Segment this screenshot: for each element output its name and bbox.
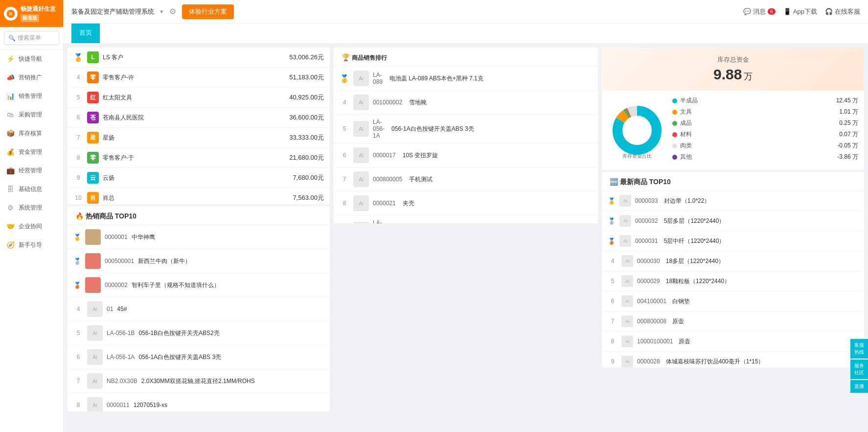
rank-num-8: 10 [73,194,83,201]
sidebar-item-finance[interactable]: 💰 资金管理 [0,143,63,161]
pr-item-7: 9 Ai LA-59651-1B 59651-1B旋转投影灯电池盒ABS黑色+5… [334,216,598,223]
sidebar-item-cooperation[interactable]: 🤝 企业协同 [0,217,63,236]
hp-rank-4: 4 [73,306,83,312]
trial-button[interactable]: 体验行业方案 [182,4,234,19]
hot-products-title: 🔥 热销商品 TOP10 [68,206,330,225]
sidebar-item-inventory[interactable]: 📦 库存核算 [0,124,63,143]
lp-item-2: 🥈 Ai 0000032 5层多层（1220*2440） [602,211,864,231]
pr-rank-2: 4 [340,99,349,106]
latest-icon: 🆕 [610,178,618,186]
legend-name-1: 半成品 [680,96,833,105]
pr-img-5: Ai [353,171,369,187]
legend-dot-2 [672,110,677,115]
hp-img-1 [85,229,101,245]
sidebar-item-guide[interactable]: 🧭 新手引导 [0,236,63,254]
system-title: 装备及固定资产辅助管理系统 [71,7,154,16]
lp-name-7: 原壶 [672,317,684,326]
hp-code-6: LA-056-1A [107,354,135,360]
lp-item-6: 6 Ai 004100001 白钢垫 [602,291,864,312]
rank-item-8: 10 肖 肖总 7,563.00元 [68,188,330,204]
rank-item-6: 8 零 零售客户-于 21,680.00元 [68,148,330,168]
content-grid: 🥇 L LS 客户 53,006.26元 4 零 零售客户-许 51,183.0… [64,44,868,415]
rank-item-4: 6 苍 苍南县人民医院 36,600.00元 [68,108,330,128]
lp-code-8: 10000100001 [637,338,673,345]
inventory-total-value-area: 9.88 万 [610,66,856,83]
pr-code-4: 0000017 [373,152,396,159]
inventory-chart-area: 库存资金占比 半成品 12.45 万 文具 1.01 万 [602,91,864,170]
legend-name-4: 材料 [680,130,836,139]
lp-name-3: 5层中纤（1220*2440） [664,237,725,245]
gear-icon[interactable]: ⚙ [169,7,176,16]
lp-code-6: 004100001 [637,298,666,305]
medal-1: 🥇 [73,53,83,62]
float-buttons: 客服热线 服务社区 直播 [850,339,868,393]
badge-6: 零 [87,152,99,164]
float-btn-service[interactable]: 客服热线 [850,339,868,359]
col-1: 🥇 L LS 客户 53,006.26元 4 零 零售客户-许 51,183.0… [64,44,332,415]
pr-item-6: 8 Ai 0000021 夹壳 [334,192,598,216]
trophy-icon: 🏆 [342,53,350,61]
sidebar-item-marketing[interactable]: 📣 营销推广 [0,68,63,87]
sidebar-item-quick-nav[interactable]: ⚡ 快捷导航 [0,49,63,68]
amount-5: 33,333.00元 [289,133,324,142]
hp-medal-1: 🥇 [73,234,81,241]
app-download-button[interactable]: 📱 App下载 [783,7,817,16]
sidebar-item-basic-info[interactable]: 🗄 基础信息 [0,180,63,198]
online-service-button[interactable]: 🎧 在线客服 [825,7,860,16]
float-btn-live[interactable]: 直播 [850,380,868,393]
sidebar-item-operations[interactable]: 💼 经营管理 [0,161,63,180]
sidebar-item-label: 经营管理 [19,167,42,175]
lp-name-8: 原壶 [679,337,690,346]
lp-item-5: 5 Ai 0000029 18颗粒板（1220*2440） [602,271,864,291]
message-badge: 6 [768,8,776,15]
name-1: LS 客户 [103,53,285,62]
rank-item-5: 7 星 星扬 33,333.00元 [68,128,330,148]
sidebar-item-label: 库存核算 [19,129,42,138]
search-menu-label: 搜索菜单 [18,34,41,42]
search-icon: 🔍 [8,35,16,42]
pr-name-6: 夹壳 [403,199,592,208]
lp-rank-5: 5 [608,278,617,285]
hp-code-2: 000500001 [105,258,134,264]
legend-name-6: 其他 [680,153,834,161]
pr-code-1: LA-089 [373,72,383,85]
float-btn-community[interactable]: 服务社区 [850,360,868,379]
sidebar-item-purchase[interactable]: 🛍 采购管理 [0,105,63,124]
sidebar-item-system[interactable]: ⚙ 系统管理 [0,198,63,217]
lp-rank-8: 8 [608,338,617,345]
badge-2: 零 [87,72,99,83]
chart-icon: 📊 [6,92,15,100]
donut-label: 库存资金占比 [622,153,652,160]
inventory-unit: 万 [744,72,753,81]
lp-medal-1: 🥇 [608,197,616,205]
bag-icon: 🛍 [6,110,15,119]
rank-num-7: 9 [73,174,83,181]
database-icon: 🗄 [6,185,15,193]
sidebar: 畅捷通好生意 标准版 🔍 搜索菜单 ⚡ 快捷导航 📣 营销推广 📊 销售管理 🛍… [0,0,64,432]
money-icon: 💰 [6,147,15,156]
rank-num-6: 8 [73,154,83,161]
latest-product-list: 🥇 Ai 0000033 封边带（1.0*22） 🥈 Ai 0000032 5层… [602,191,864,367]
legend-dot-6 [672,155,677,160]
hot-product-1: 🥇 0000001 中华神鹰 [68,225,330,249]
badge-7: 云 [87,172,99,184]
sidebar-item-sales[interactable]: 📊 销售管理 [0,87,63,105]
search-menu-button[interactable]: 🔍 搜索菜单 [4,31,59,45]
product-rank-list: 🥇 Ai LA-089 电池盖 LA-089 ABS本色+黑种 7.1克 4 A… [334,67,598,223]
hot-product-list: 🥇 0000001 中华神鹰 🥈 000500001 新西兰牛肉（新牛） [68,225,330,411]
legend-item-4: 材料 0.07 万 [672,130,858,139]
legend-item-5: 肉类 -0.05 万 [672,142,858,150]
lp-name-9: 体城嘉枝味苏打饮品400毫升（1*15） [666,358,764,366]
hp-name-2: 新西兰牛肉（新牛） [138,257,324,265]
dropdown-icon[interactable]: ▾ [160,8,163,15]
lp-rank-9: 9 [608,358,617,365]
app-badge: 标准版 [21,14,39,22]
amount-6: 21,680.00元 [289,153,324,162]
tab-home[interactable]: 首页 [71,24,100,43]
search-area[interactable]: 🔍 搜索菜单 [0,27,63,49]
lp-name-1: 封边带（1.0*22） [664,197,710,205]
message-button[interactable]: 💬 消息 6 [743,7,776,16]
hot-products-panel: 🔥 热销商品 TOP10 🥇 0000001 中华神鹰 🥈 [68,206,330,411]
legend-dot-4 [672,132,677,137]
sidebar-nav: ⚡ 快捷导航 📣 营销推广 📊 销售管理 🛍 采购管理 📦 库存核算 💰 资金管… [0,49,63,432]
